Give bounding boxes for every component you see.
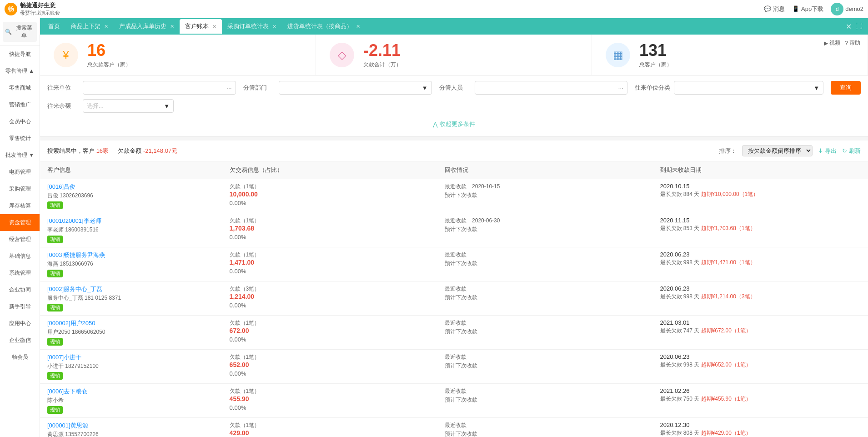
customer-status-tag-6: 现销 <box>47 406 63 414</box>
debt-desc-7: 欠款（1笔） <box>230 422 430 429</box>
dept-select[interactable]: ▼ <box>279 81 432 95</box>
tab-customer-account[interactable]: 客户账本 ✕ <box>180 19 222 34</box>
sidebar-item-member[interactable]: 会员中心 <box>0 113 40 130</box>
tab-fullscreen-button[interactable]: ⛶ <box>855 22 863 31</box>
table-header: 客户信息 欠交易信息（占比） 回收情况 到期未收款日期 <box>40 161 868 179</box>
customer-status-tag-0: 现销 <box>47 201 63 209</box>
content-area: ¥ 16 总欠款客户（家） ◇ -2.11 欠款合计（万） <box>40 35 868 437</box>
user-avatar: d <box>831 3 843 15</box>
sidebar-item-new-guide[interactable]: 新手引导 <box>0 298 40 315</box>
overdue-date-4: 2021.03.01 <box>660 319 861 326</box>
collapse-button[interactable]: ⋀ 收起更多条件 <box>47 117 861 131</box>
overdue-link-7[interactable]: 超期¥429.00（1笔） <box>701 430 751 436</box>
next-collection-5: 预计下次收款 <box>445 362 645 370</box>
overdue-link-6[interactable]: 超期¥455.90（1笔） <box>701 396 751 402</box>
customer-name-link-5[interactable]: [0007]小进干 <box>47 353 215 362</box>
last-collection-4: 最近收款 <box>445 319 645 327</box>
app-download-button[interactable]: 📱 App下载 <box>792 5 823 13</box>
sidebar-item-retail-mall[interactable]: 零售商城 <box>0 80 40 96</box>
customer-name-link-3[interactable]: [0002]服务中心_丁磊 <box>47 285 215 293</box>
refresh-button[interactable]: ↻ 刷新 <box>842 147 861 155</box>
sidebar-item-purchase[interactable]: 采购管理 <box>0 181 40 197</box>
debt-percent-3: 0.00% <box>230 302 246 309</box>
stat-info-total-customers: 131 总客户（家） <box>639 41 672 69</box>
tab-close-purchase-stats[interactable]: ✕ <box>356 24 360 30</box>
results-area: 搜索结果中，客户 16家 欠款金额 -21,148.07元 排序： 按欠款金额倒… <box>40 141 868 437</box>
customer-phone-3: 服务中心_丁磊 181 0125 8371 <box>47 294 215 302</box>
sidebar-item-ecom[interactable]: 电商管理 <box>0 164 40 181</box>
customer-status-tag-1: 现销 <box>47 236 63 243</box>
sidebar-item-basic-info[interactable]: 基础信息 <box>0 248 40 265</box>
tab-home[interactable]: 首页 <box>43 19 65 34</box>
sidebar-item-retail-stats[interactable]: 零售统计 <box>0 130 40 147</box>
sidebar-item-retail-mgmt[interactable]: 零售管理 ▲ <box>0 63 40 80</box>
sort-select[interactable]: 按欠款金额倒序排序 <box>742 145 813 156</box>
customer-name-link-6[interactable]: [0006]去下粮仓 <box>47 387 215 396</box>
source-unit-label: 往来单位 <box>47 84 79 92</box>
overdue-link-0[interactable]: 超期¥10,000.00（1笔） <box>701 191 759 197</box>
overdue-days-3: 最长欠款 998 天 超期¥1,214.00（3笔） <box>660 293 861 301</box>
overdue-link-3[interactable]: 超期¥1,214.00（3笔） <box>701 293 756 300</box>
source-unit-input[interactable] <box>87 85 226 91</box>
sidebar-item-finance[interactable]: 资金管理 <box>0 214 40 231</box>
customer-name-link-7[interactable]: [000001]黄思源 <box>47 422 215 430</box>
sidebar-item-system[interactable]: 系统管理 <box>0 265 40 281</box>
tab-close-product-status[interactable]: ✕ <box>104 24 108 30</box>
unit-category-chevron-icon: ▼ <box>813 85 819 91</box>
last-collection-7: 最近收款 <box>445 422 645 429</box>
overdue-date-6: 2021.02.26 <box>660 387 861 394</box>
sidebar-search-button[interactable]: 🔍 搜索菜单 <box>3 22 37 42</box>
tab-product-status[interactable]: 商品上下架 ✕ <box>65 19 114 34</box>
sidebar-item-marketing[interactable]: 营销推广 <box>0 96 40 113</box>
message-button[interactable]: 💬 消息 <box>764 5 785 13</box>
sidebar-item-ops[interactable]: 经营管理 <box>0 231 40 248</box>
tab-purchase-stats[interactable]: 进货单统计表（按商品） ✕ <box>282 19 366 34</box>
unit-category-label: 往来单位分类 <box>635 84 670 92</box>
tab-purchase-order[interactable]: 采购订单统计表 ✕ <box>222 19 282 34</box>
tab-close-product-history[interactable]: ✕ <box>170 24 174 30</box>
stat-card-total-customers: ▦ 131 总客户（家） ▶ 视频 ? 帮助 <box>592 35 868 75</box>
customer-name-link-0[interactable]: [0016]吕俊 <box>47 183 215 191</box>
cell-debt-2: 欠款（1笔） 1,471.00 0.00% <box>222 247 437 281</box>
doc-help-button[interactable]: ? 帮助 <box>845 39 860 47</box>
overdue-link-2[interactable]: 超期¥1,471.00（1笔） <box>701 259 756 266</box>
video-help-button[interactable]: ▶ 视频 <box>824 39 840 47</box>
cell-collection-4: 最近收款 预计下次收款 <box>437 316 652 350</box>
next-collection-7: 预计下次收款 <box>445 430 645 437</box>
overdue-link-4[interactable]: 超期¥672.00（1笔） <box>701 327 751 334</box>
sidebar-item-app-center[interactable]: 应用中心 <box>0 315 40 332</box>
sidebar-item-inventory[interactable]: 库存核算 <box>0 197 40 214</box>
stat-label-total-customers: 总客户（家） <box>639 61 672 69</box>
unit-category-select[interactable]: ▼ <box>674 81 823 95</box>
overdue-date-1: 2020.11.15 <box>660 217 861 224</box>
source-unit-input-wrapper[interactable]: ··· <box>83 81 236 95</box>
sidebar-item-quick-nav[interactable]: 快捷导航 <box>0 46 40 63</box>
tab-close-all-button[interactable]: ✕ <box>846 22 852 31</box>
cell-collection-5: 最近收款 预计下次收款 <box>437 350 652 384</box>
sidebar-item-enterprise-collab[interactable]: 企业协同 <box>0 281 40 298</box>
export-button[interactable]: ⬇ 导出 <box>818 147 837 155</box>
balance-select[interactable]: 选择... ▼ <box>83 99 174 113</box>
customer-name-link-1[interactable]: [0001020001]李老师 <box>47 217 215 225</box>
search-button[interactable]: 查询 <box>831 81 861 95</box>
tab-close-customer-account[interactable]: ✕ <box>212 24 216 30</box>
tab-product-history[interactable]: 产成品入库单历史 ✕ <box>114 19 180 34</box>
sidebar-item-batch-mgmt[interactable]: 批发管理 ▼ <box>0 147 40 164</box>
user-menu[interactable]: d demo2 <box>831 3 863 15</box>
main-layout: 🔍 搜索菜单 快捷导航 零售管理 ▲ 零售商城 营销推广 会员中心 零售统计 <box>0 18 868 437</box>
overdue-link-5[interactable]: 超期¥652.00（1笔） <box>701 362 751 368</box>
overdue-date-7: 2020.12.30 <box>660 422 861 428</box>
cell-customer-5: [0007]小进干 小进干 18279152100 现销 <box>40 350 222 384</box>
manager-input-wrapper[interactable]: ··· <box>475 81 628 95</box>
overdue-link-1[interactable]: 超期¥1,703.68（1笔） <box>701 225 756 231</box>
tab-close-purchase-order[interactable]: ✕ <box>272 24 276 30</box>
sidebar-item-vip[interactable]: 畅会员 <box>0 349 40 366</box>
overdue-days-0: 最长欠款 884 天 超期¥10,000.00（1笔） <box>660 191 861 198</box>
customer-name-link-2[interactable]: [0003]畅捷服务尹海燕 <box>47 251 215 259</box>
results-header: 搜索结果中，客户 16家 欠款金额 -21,148.07元 排序： 按欠款金额倒… <box>40 141 868 161</box>
customer-name-link-4[interactable]: [000002]用户2050 <box>47 319 215 327</box>
debt-amount-3: 1,214.00 <box>230 293 430 300</box>
customer-phone-2: 海燕 18513066976 <box>47 260 215 268</box>
manager-input[interactable] <box>479 85 618 91</box>
sidebar-item-enterprise-wechat[interactable]: 企业微信 <box>0 332 40 349</box>
